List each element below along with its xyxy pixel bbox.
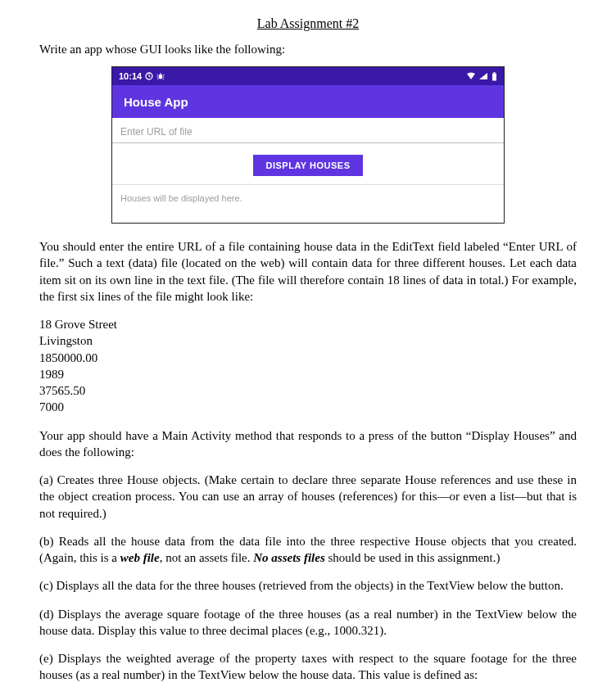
- sample-line: 1989: [39, 366, 577, 382]
- paragraph-1: You should enter the entire URL of a fil…: [39, 238, 577, 305]
- sample-line: Livingston: [39, 332, 577, 349]
- paragraph-2: Your app should have a Main Activity met…: [39, 427, 577, 461]
- wifi-icon: [466, 72, 476, 80]
- item-c: (c) Displays all the data for the three …: [39, 577, 577, 594]
- item-d: (d) Displays the average square footage …: [39, 606, 577, 640]
- signal-icon: [479, 72, 488, 80]
- text-run: , not an assets file.: [160, 551, 254, 564]
- app-bar: House App: [112, 85, 504, 118]
- sample-data: 18 Grove Street Livingston 1850000.00 19…: [39, 316, 577, 416]
- debug-icon: [156, 72, 165, 80]
- item-e: (e) Displays the weighted average of the…: [39, 650, 577, 684]
- text-run: should be used in this assignment.): [325, 551, 500, 564]
- phone-screenshot: 10:14 House App Enter URL of file DISPLA…: [39, 66, 577, 224]
- sample-line: 7000: [39, 399, 577, 415]
- url-input[interactable]: Enter URL of file: [112, 118, 504, 143]
- sample-line: 37565.50: [39, 382, 577, 399]
- text-emphasis: web file: [120, 551, 160, 564]
- battery-icon: [491, 72, 497, 81]
- display-houses-button[interactable]: DISPLAY HOUSES: [253, 155, 364, 176]
- status-time: 10:14: [119, 71, 142, 81]
- status-bar: 10:14: [112, 67, 504, 85]
- svg-point-1: [159, 75, 163, 79]
- clock-icon: [145, 72, 153, 80]
- page-title: Lab Assignment #2: [39, 16, 577, 31]
- svg-rect-3: [494, 72, 496, 74]
- item-a: (a) Creates three House objects. (Make c…: [39, 472, 577, 522]
- intro-text: Write an app whose GUI looks like the fo…: [39, 43, 577, 56]
- sample-line: 18 Grove Street: [39, 316, 577, 332]
- sample-line: 1850000.00: [39, 350, 577, 366]
- text-emphasis: No assets files: [253, 551, 325, 564]
- item-b: (b) Reads all the house data from the da…: [39, 533, 577, 567]
- svg-rect-2: [492, 73, 496, 80]
- phone-frame: 10:14 House App Enter URL of file DISPLA…: [111, 66, 505, 224]
- result-textview: Houses will be displayed here.: [112, 185, 504, 223]
- app-title: House App: [124, 95, 188, 109]
